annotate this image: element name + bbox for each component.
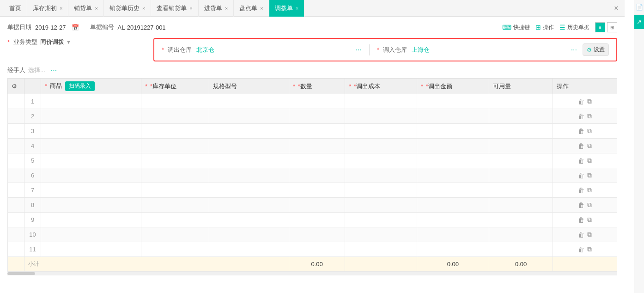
delete-row-6-icon[interactable]: 🗑: [578, 172, 584, 179]
td-qty-3[interactable]: [289, 124, 345, 139]
td-cost-10[interactable]: [345, 227, 417, 242]
scan-entry-button[interactable]: 扫码录入: [65, 81, 95, 91]
tab-purchase-order[interactable]: 进货单 ×: [199, 0, 234, 17]
td-avail-7[interactable]: [489, 183, 553, 198]
td-qty-4[interactable]: [289, 139, 345, 153]
td-cost-8[interactable]: [345, 198, 417, 213]
td-amount-2[interactable]: [417, 109, 489, 124]
tab-view-sales[interactable]: 查看销货单 ×: [151, 0, 198, 17]
td-avail-10[interactable]: [489, 227, 553, 242]
date-value[interactable]: 2019-12-27: [35, 24, 66, 31]
grid-view-button[interactable]: ⊞: [607, 22, 617, 32]
td-avail-5[interactable]: [489, 153, 553, 168]
td-cost-2[interactable]: [345, 109, 417, 124]
settings-button[interactable]: ⚙ 设置: [583, 43, 609, 56]
td-product-5[interactable]: [41, 153, 141, 168]
copy-row-6-icon[interactable]: ⧉: [587, 171, 592, 179]
td-qty-9[interactable]: [289, 213, 345, 227]
td-avail-3[interactable]: [489, 124, 553, 139]
side-document-icon[interactable]: 📄: [634, 0, 644, 15]
tab-close-inventory-check[interactable]: ×: [260, 6, 263, 11]
td-qty-1[interactable]: [289, 94, 345, 109]
td-spec-4[interactable]: [209, 139, 289, 153]
td-product-3[interactable]: [41, 124, 141, 139]
business-type-select[interactable]: 同价调拨 ▼: [40, 38, 71, 46]
delete-row-10-icon[interactable]: 🗑: [578, 231, 584, 238]
td-unit-10[interactable]: [141, 227, 209, 242]
copy-row-4-icon[interactable]: ⧉: [587, 142, 592, 150]
tab-close-sales-order[interactable]: ×: [95, 6, 97, 11]
td-unit-5[interactable]: [141, 153, 209, 168]
delete-row-9-icon[interactable]: 🗑: [578, 216, 584, 224]
td-product-2[interactable]: [41, 109, 141, 124]
horizontal-scrollbar[interactable]: [7, 272, 617, 275]
tab-sales-order[interactable]: 销货单 ×: [68, 0, 103, 17]
td-avail-1[interactable]: [489, 94, 553, 109]
td-avail-2[interactable]: [489, 109, 553, 124]
tab-close-sales-history[interactable]: ×: [142, 6, 145, 11]
warehouse-in-value[interactable]: 上海仓: [412, 46, 430, 54]
delete-row-8-icon[interactable]: 🗑: [578, 201, 584, 209]
td-unit-11[interactable]: [141, 242, 209, 257]
td-avail-6[interactable]: [489, 168, 553, 183]
td-spec-3[interactable]: [209, 124, 289, 139]
tab-transfer-order[interactable]: 调拨单 ×: [269, 0, 304, 17]
td-avail-8[interactable]: [489, 198, 553, 213]
copy-row-8-icon[interactable]: ⧉: [587, 201, 592, 209]
td-spec-5[interactable]: [209, 153, 289, 168]
td-amount-1[interactable]: [417, 94, 489, 109]
warehouse-out-dots-icon[interactable]: ···: [356, 46, 362, 54]
copy-row-5-icon[interactable]: ⧉: [587, 157, 592, 165]
td-spec-6[interactable]: [209, 168, 289, 183]
delete-row-3-icon[interactable]: 🗑: [578, 128, 584, 135]
td-cost-5[interactable]: [345, 153, 417, 168]
td-amount-6[interactable]: [417, 168, 489, 183]
warehouse-out-value[interactable]: 北京仓: [196, 46, 214, 54]
td-amount-4[interactable]: [417, 139, 489, 153]
td-unit-8[interactable]: [141, 198, 209, 213]
td-avail-4[interactable]: [489, 139, 553, 153]
warehouse-in-dots-icon[interactable]: ···: [571, 46, 577, 54]
calendar-icon[interactable]: 📅: [72, 24, 79, 31]
td-spec-7[interactable]: [209, 183, 289, 198]
td-cost-7[interactable]: [345, 183, 417, 198]
td-amount-10[interactable]: [417, 227, 489, 242]
td-unit-1[interactable]: [141, 94, 209, 109]
tab-home[interactable]: 首页: [4, 0, 27, 17]
copy-row-1-icon[interactable]: ⧉: [587, 98, 592, 105]
td-product-6[interactable]: [41, 168, 141, 183]
copy-row-11-icon[interactable]: ⧉: [587, 245, 592, 253]
td-unit-2[interactable]: [141, 109, 209, 124]
td-unit-4[interactable]: [141, 139, 209, 153]
tab-inventory-check[interactable]: 盘点单 ×: [234, 0, 269, 17]
td-cost-1[interactable]: [345, 94, 417, 109]
td-unit-3[interactable]: [141, 124, 209, 139]
delete-row-11-icon[interactable]: 🗑: [578, 246, 584, 253]
delete-row-1-icon[interactable]: 🗑: [578, 98, 584, 105]
td-cost-4[interactable]: [345, 139, 417, 153]
td-amount-7[interactable]: [417, 183, 489, 198]
td-cost-6[interactable]: [345, 168, 417, 183]
td-qty-10[interactable]: [289, 227, 345, 242]
td-product-7[interactable]: [41, 183, 141, 198]
td-unit-9[interactable]: [141, 213, 209, 227]
operations-button[interactable]: ⊞ 操作: [535, 24, 554, 31]
td-product-4[interactable]: [41, 139, 141, 153]
td-unit-7[interactable]: [141, 183, 209, 198]
td-cost-11[interactable]: [345, 242, 417, 257]
td-qty-7[interactable]: [289, 183, 345, 198]
delete-row-5-icon[interactable]: 🗑: [578, 157, 584, 165]
td-spec-2[interactable]: [209, 109, 289, 124]
td-qty-5[interactable]: [289, 153, 345, 168]
td-cost-3[interactable]: [345, 124, 417, 139]
td-qty-2[interactable]: [289, 109, 345, 124]
handler-dots-icon[interactable]: ···: [51, 66, 57, 74]
td-product-1[interactable]: [41, 94, 141, 109]
scrollbar-thumb[interactable]: [7, 272, 35, 275]
list-view-button[interactable]: ≡: [595, 22, 605, 32]
history-button[interactable]: ☰ 历史单据: [559, 24, 589, 31]
td-amount-3[interactable]: [417, 124, 489, 139]
delete-row-4-icon[interactable]: 🗑: [578, 142, 584, 150]
delete-row-2-icon[interactable]: 🗑: [578, 113, 584, 120]
td-product-8[interactable]: [41, 198, 141, 213]
